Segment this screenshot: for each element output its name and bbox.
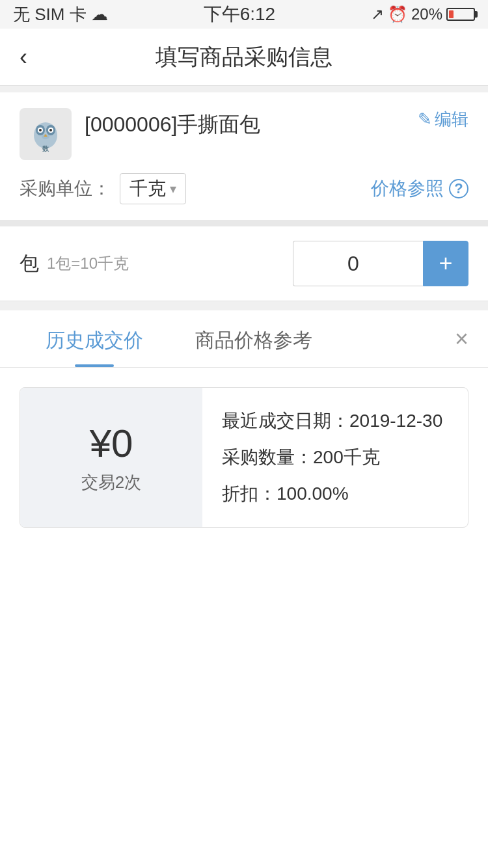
tab-header: 历史成交价 商品价格参考 × [0, 310, 488, 368]
price-ref-label: 价格参照 [371, 176, 444, 201]
status-right: ↗ ⏰ 20% [371, 5, 475, 23]
status-bar: 无 SIM 卡 ☁ 下午6:12 ↗ ⏰ 20% [0, 0, 488, 29]
edit-label: 编辑 [435, 108, 468, 131]
transaction-right: 最近成交日期：2019-12-30 采购数量：200千克 折扣：100.00% [202, 388, 468, 527]
svg-point-5 [39, 129, 42, 131]
quantity-plus-button[interactable]: + [423, 241, 468, 286]
svg-text:数: 数 [42, 145, 49, 152]
transaction-card: ¥0 交易2次 最近成交日期：2019-12-30 采购数量：200千克 折扣：… [20, 387, 468, 528]
edit-button[interactable]: ✎ 编辑 [418, 108, 468, 131]
transaction-price: ¥0 [90, 421, 133, 466]
tab-section: 历史成交价 商品价格参考 × ¥0 交易2次 最近成交日期：2019-12-30… [0, 310, 488, 547]
quantity-input-group: + [293, 241, 468, 286]
unit-select[interactable]: 千克 ▾ [120, 173, 186, 204]
battery-percent: 20% [411, 5, 442, 23]
chevron-down-icon: ▾ [170, 181, 176, 197]
location-icon: ↗ [371, 5, 384, 23]
recent-date-value: 2019-12-30 [349, 411, 442, 431]
product-logo-svg: 数 [26, 115, 65, 154]
help-icon: ? [449, 179, 468, 198]
transaction-recent-date: 最近成交日期：2019-12-30 [222, 407, 448, 435]
nav-bar: ‹ 填写商品采购信息 [0, 29, 488, 86]
quantity-input[interactable] [293, 241, 423, 286]
edit-icon: ✎ [418, 109, 432, 129]
product-name: [0000006]手撕面包 [85, 108, 260, 139]
unit-value: 千克 [129, 176, 166, 201]
section-separator [0, 220, 488, 226]
svg-point-6 [49, 129, 52, 131]
quantity-value: 200千克 [313, 447, 380, 467]
price-reference-button[interactable]: 价格参照 ? [371, 176, 468, 201]
quantity-label: 包 [20, 251, 39, 277]
back-button[interactable]: ‹ [20, 37, 40, 77]
discount-label: 折扣： [222, 483, 277, 504]
product-header: 数 [0000006]手撕面包 ✎ 编辑 [20, 108, 468, 160]
recent-date-label: 最近成交日期： [222, 411, 349, 431]
battery-icon [446, 8, 475, 21]
status-time: 下午6:12 [204, 2, 276, 27]
product-logo: 数 [20, 108, 72, 160]
transaction-count: 交易2次 [81, 471, 141, 494]
product-unit-row: 采购单位： 千克 ▾ 价格参照 ? [20, 173, 468, 204]
page-background [0, 547, 488, 868]
tab-history-price[interactable]: 历史成交价 [20, 310, 169, 367]
tab-product-price-ref[interactable]: 商品价格参考 [169, 310, 338, 367]
tab-close-button[interactable]: × [442, 312, 468, 366]
product-section: 数 [0000006]手撕面包 ✎ 编辑 采购单位： 千克 ▾ 价格参照 ? [0, 92, 488, 220]
unit-label: 采购单位： [20, 178, 111, 198]
transaction-quantity: 采购数量：200千克 [222, 444, 448, 471]
tab-content: ¥0 交易2次 最近成交日期：2019-12-30 采购数量：200千克 折扣：… [0, 368, 488, 547]
unit-selector-group: 采购单位： 千克 ▾ [20, 173, 186, 204]
page-title: 填写商品采购信息 [156, 42, 332, 72]
quantity-row: 包 1包=10千克 + [0, 226, 488, 301]
alarm-icon: ⏰ [388, 5, 407, 23]
status-left: 无 SIM 卡 ☁ [13, 3, 108, 26]
discount-value: 100.00% [277, 483, 349, 504]
transaction-left: ¥0 交易2次 [20, 388, 202, 527]
quantity-sublabel: 1包=10千克 [47, 253, 129, 274]
quantity-label-detail: 采购数量： [222, 447, 313, 467]
product-info: 数 [0000006]手撕面包 [20, 108, 418, 160]
transaction-discount: 折扣：100.00% [222, 480, 448, 508]
